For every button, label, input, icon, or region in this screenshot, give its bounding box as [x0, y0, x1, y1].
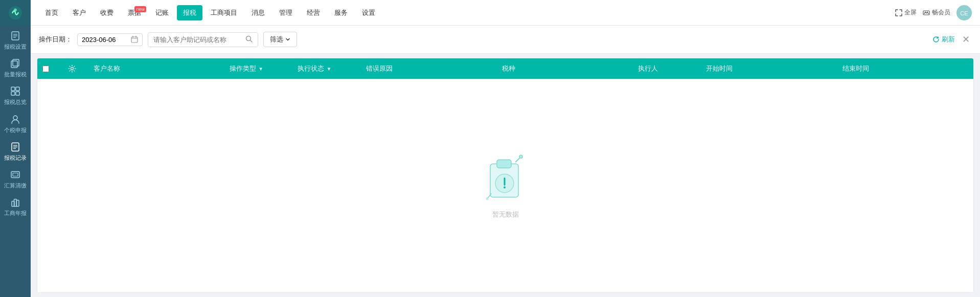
svg-point-1 [14, 9, 17, 12]
calendar-icon [131, 36, 138, 43]
settings-icon [68, 65, 76, 73]
th-executor: 执行人 [633, 64, 701, 73]
sort-exec-status-icon: ▼ [326, 66, 331, 72]
refresh-button[interactable]: 刷新 [932, 35, 955, 44]
date-label: 操作日期： [39, 35, 72, 44]
search-button[interactable] [240, 33, 258, 47]
sidebar-item-baoshui-zonlan[interactable]: 报税总览 [0, 81, 31, 109]
svg-point-38 [519, 155, 522, 158]
sidebar-item-baoshui-jilu[interactable]: 报税记录 [0, 137, 31, 164]
vip-icon [923, 9, 930, 16]
svg-line-30 [250, 40, 253, 42]
huisuan-jiaona-icon [9, 168, 21, 181]
filter-button[interactable]: 筛选 [263, 32, 297, 47]
search-input[interactable] [148, 33, 240, 46]
table-header: 客户名称 操作类型 ▼ 执行状态 ▼ 错误原因 税种 执行人 开始时间 结束时间 [37, 58, 973, 79]
nav-jingying[interactable]: 经营 [301, 5, 326, 20]
sidebar-item-gongshang-nianbao[interactable]: 工商年报 [0, 192, 31, 220]
svg-rect-18 [13, 173, 18, 176]
refresh-icon [932, 36, 940, 43]
filter-label: 筛选 [270, 35, 283, 44]
th-exec-status[interactable]: 执行状态 ▼ [292, 64, 360, 73]
nav-guanli[interactable]: 管理 [273, 5, 299, 20]
fullscreen-button[interactable]: 全屏 [895, 8, 917, 17]
avatar[interactable]: CE [956, 5, 972, 20]
date-picker[interactable] [77, 33, 143, 46]
th-settings[interactable] [63, 65, 88, 73]
sidebar-item-baoshui-shezhi[interactable]: 报税设置 [0, 26, 31, 53]
close-button[interactable]: ✕ [960, 34, 972, 45]
baoshui-shezhi-icon [9, 30, 21, 42]
svg-rect-25 [131, 37, 138, 43]
nav-shoufei[interactable]: 收费 [94, 5, 120, 20]
sidebar-item-label-baoshui-zonlan: 报税总览 [4, 99, 27, 105]
nav-xiaoxi[interactable]: 消息 [245, 5, 271, 20]
search-icon [245, 35, 253, 43]
svg-point-40 [486, 197, 488, 200]
empty-text: 暂无数据 [492, 210, 519, 219]
svg-rect-33 [497, 160, 511, 168]
sidebar-item-label-gongshang-nianbao: 工商年报 [4, 210, 27, 217]
fullscreen-icon [895, 9, 902, 16]
search-wrap [148, 32, 258, 47]
date-input[interactable] [82, 36, 128, 44]
th-error-reason: 错误原因 [361, 64, 497, 73]
sidebar-item-label-geshuisheabao: 个税申报 [4, 127, 27, 134]
sidebar-item-label-piliang-baoshui: 批量报税 [4, 71, 27, 78]
sidebar-item-huisuan-jiaona[interactable]: 汇算清缴 [0, 164, 31, 192]
svg-rect-8 [11, 87, 15, 91]
gongshang-nianbao-icon [9, 196, 21, 208]
select-all-checkbox[interactable] [42, 66, 49, 72]
topnav-right: 全屏 畅会员 CE [895, 5, 972, 20]
th-tax-type: 税种 [497, 64, 633, 73]
topnav: 首页 客户 收费 票据 new 记账 报税 工商项目 消息 管理 经营 服务 设… [31, 0, 980, 26]
sidebar-logo [0, 0, 31, 26]
sidebar-item-piliang-baoshui[interactable]: 批量报税 [0, 53, 31, 81]
toolbar: 操作日期： 筛选 [31, 26, 980, 54]
baoshui-zonlan-icon [9, 85, 21, 97]
table-wrap: 客户名称 操作类型 ▼ 执行状态 ▼ 错误原因 税种 执行人 开始时间 结束时间 [37, 58, 974, 293]
th-checkbox[interactable] [37, 66, 63, 72]
sort-op-type-icon: ▼ [258, 66, 263, 72]
sidebar-item-geshuisheabao[interactable]: 个税申报 [0, 109, 31, 137]
nav-baoshui[interactable]: 报税 [177, 5, 202, 20]
nav-kehu[interactable]: 客户 [66, 5, 92, 20]
vip-label: 畅会员 [932, 8, 950, 17]
piaoju-badge: new [134, 6, 146, 13]
baoshui-jilu-icon [9, 141, 21, 153]
th-start-time: 开始时间 [701, 64, 837, 73]
sidebar-item-label-huisuan-jiaona: 汇算清缴 [4, 182, 27, 189]
nav-piaoju[interactable]: 票据 new [122, 5, 147, 20]
svg-rect-6 [11, 61, 17, 68]
svg-rect-7 [13, 59, 19, 66]
svg-point-31 [71, 68, 74, 70]
th-client-name: 客户名称 [88, 64, 224, 73]
svg-point-12 [13, 116, 17, 120]
nav-shezhi[interactable]: 设置 [356, 5, 381, 20]
svg-rect-11 [16, 92, 19, 95]
svg-rect-21 [16, 200, 19, 206]
svg-rect-10 [11, 92, 15, 95]
th-op-type[interactable]: 操作类型 ▼ [224, 64, 292, 73]
content-area: 操作日期： 筛选 [31, 26, 980, 297]
nav-fuwu[interactable]: 服务 [328, 5, 354, 20]
svg-rect-9 [16, 87, 19, 91]
nav-jizhang[interactable]: 记账 [149, 5, 175, 20]
sidebar-item-label-baoshui-jilu: 报税记录 [4, 155, 27, 161]
sidebar-item-label-baoshui-shezhi: 报税设置 [4, 44, 27, 50]
th-end-time: 结束时间 [837, 64, 973, 73]
nav-gongshang-xiangmu[interactable]: 工商项目 [204, 5, 243, 20]
piliang-baoshui-icon [9, 57, 21, 70]
vip-button[interactable]: 畅会员 [923, 8, 950, 17]
refresh-label: 刷新 [942, 35, 955, 44]
empty-illustration [480, 153, 531, 204]
svg-text:CE: CE [960, 10, 968, 16]
svg-point-36 [504, 186, 506, 188]
table-body: 暂无数据 [37, 79, 973, 292]
geshuisheabao-icon [9, 113, 21, 125]
main-area: 首页 客户 收费 票据 new 记账 报税 工商项目 消息 管理 经营 服务 设… [31, 0, 980, 297]
chevron-down-icon [285, 37, 290, 42]
fullscreen-label: 全屏 [904, 8, 917, 17]
nav-home[interactable]: 首页 [39, 5, 64, 20]
sidebar: 报税设置 批量报税 报税总览 个税申报 [0, 0, 31, 297]
